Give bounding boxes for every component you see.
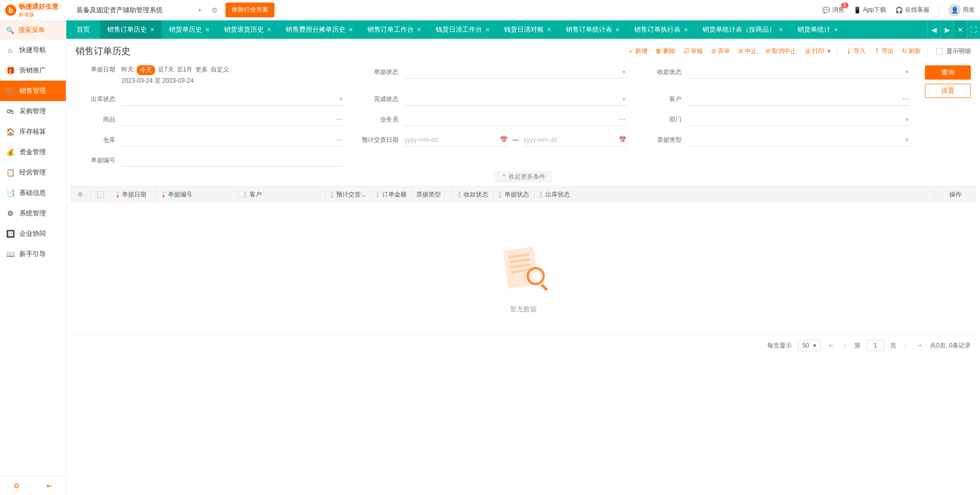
last-page-button[interactable]: ⇥: [915, 342, 924, 349]
tab-scroll-left[interactable]: ◀: [927, 20, 940, 39]
per-page-select[interactable]: 50▾: [798, 340, 821, 351]
col-customer[interactable]: ▲▼客户: [239, 186, 325, 203]
filter-doc-status[interactable]: 单据状态 ▾: [359, 65, 626, 79]
tab-close-all[interactable]: ✕: [953, 20, 967, 39]
export-button[interactable]: ⭱导出: [874, 47, 894, 56]
tab[interactable]: 销货单统计✕: [790, 20, 845, 39]
user-menu[interactable]: 👤 用友: [948, 4, 975, 16]
date-pill[interactable]: 更多: [195, 65, 208, 75]
chevron-down-icon: ▾: [622, 68, 626, 76]
tab[interactable]: 销货退货历史✕: [217, 20, 279, 39]
tab[interactable]: 销售订单统计表✕: [559, 20, 627, 39]
tab-scroll-right[interactable]: ▶: [940, 20, 953, 39]
close-icon[interactable]: ✕: [348, 27, 353, 33]
query-button[interactable]: 查询: [925, 65, 971, 80]
app-download-link[interactable]: 📱 App下载: [853, 6, 886, 14]
filter-product[interactable]: 商品 ⋯: [76, 113, 343, 126]
sidebar-item[interactable]: 💰资金管理: [0, 142, 66, 162]
filter-warehouse[interactable]: 仓库 ⋯: [76, 133, 343, 146]
filter-customer[interactable]: 客户 ⋯: [642, 92, 910, 106]
sidebar-item[interactable]: 🔲企业协同: [0, 224, 66, 244]
detail-toggle[interactable]: 显示明细: [936, 47, 971, 56]
date-pill[interactable]: 自定义: [211, 65, 229, 75]
sidebar-item[interactable]: ⚙系统管理: [0, 203, 66, 224]
next-page-button[interactable]: ›: [902, 342, 909, 349]
service-link[interactable]: 🎧 在线客服: [895, 6, 929, 14]
collapse-sidebar-button[interactable]: ⇤: [33, 477, 66, 495]
tab[interactable]: 销货单统计表（按商品）✕: [695, 20, 790, 39]
prev-page-button[interactable]: ‹: [842, 342, 848, 349]
filter-recv-status[interactable]: 收款状态 ▾: [642, 65, 910, 79]
sidebar-search[interactable]: 🔍 搜索菜单: [0, 20, 66, 40]
chevron-down-icon: ▾: [906, 68, 910, 76]
close-icon[interactable]: ✕: [778, 27, 783, 33]
tab-fullscreen[interactable]: ⛶: [967, 20, 980, 39]
message-link[interactable]: 💬 消息 6: [822, 6, 844, 14]
close-icon[interactable]: ✕: [485, 27, 490, 33]
filter-ticket-type[interactable]: 票据类型 ▾: [642, 133, 910, 146]
sidebar-item[interactable]: 📋经营管理: [0, 162, 66, 183]
audit-button[interactable]: ☑审核: [684, 47, 703, 56]
close-icon[interactable]: ✕: [684, 27, 688, 33]
tab[interactable]: 销售订单执行表✕: [627, 20, 695, 39]
sidebar-item[interactable]: 📖新手引导: [0, 244, 66, 264]
stop-button[interactable]: ⊘中止: [738, 47, 757, 56]
filter-salesman[interactable]: 业务员 ⋯: [359, 113, 626, 126]
col-recv[interactable]: ▲▼收款状态: [453, 186, 494, 203]
col-gear[interactable]: ⚙: [70, 186, 91, 203]
tab[interactable]: 钱货日清对账✕: [497, 20, 559, 39]
sidebar-item[interactable]: 🏠库存核算: [0, 121, 66, 142]
sidebar-item[interactable]: ⌂快捷导航: [0, 40, 66, 60]
import-button[interactable]: ⭳导入: [846, 47, 866, 56]
sidebar-item[interactable]: 🛒销售管理: [0, 81, 66, 101]
unstop-button[interactable]: ⊘取消中止: [765, 47, 796, 56]
tab[interactable]: 销货单历史✕: [162, 20, 217, 39]
setting-button[interactable]: 设置: [925, 84, 971, 98]
add-button[interactable]: ＋新增: [627, 47, 647, 56]
date-pill[interactable]: 昨天: [121, 65, 134, 75]
date-pill[interactable]: 今天: [137, 65, 155, 75]
filter-out-status[interactable]: 出库状态 ▾: [76, 92, 343, 106]
refresh-button[interactable]: ↻刷新: [902, 47, 928, 56]
discard-button[interactable]: ⊘弃审: [711, 47, 730, 56]
collapse-toggle[interactable]: ⌃ 收起更多条件: [494, 171, 552, 183]
tab[interactable]: 首页: [66, 20, 100, 39]
system-selector[interactable]: 装备及固定资产辅助管理系统 ▾ ⚙: [77, 6, 218, 15]
tab[interactable]: 销售订单工作台✕: [360, 20, 429, 39]
col-doc[interactable]: ▲▼单据状态: [494, 186, 535, 203]
close-icon[interactable]: ✕: [205, 27, 210, 33]
filter-department[interactable]: 部门 ▾: [642, 113, 910, 126]
col-ticket[interactable]: 票据类型: [412, 186, 453, 203]
date-from-input[interactable]: yyyy-mm-dd📅: [405, 133, 508, 146]
close-icon[interactable]: ✕: [547, 27, 551, 33]
date-to-input[interactable]: yyyy-mm-dd📅: [524, 133, 627, 146]
sidebar-item[interactable]: 🎁营销推广: [0, 60, 66, 81]
col-expect[interactable]: ▲▼预计交货...: [325, 186, 371, 203]
tab[interactable]: 销售费用分摊单历史✕: [279, 20, 360, 39]
col-amount[interactable]: ▲▼订单金额: [371, 186, 412, 203]
col-no[interactable]: ▲▼单据编号: [157, 186, 239, 203]
tab[interactable]: 钱货日清工作台✕: [429, 20, 497, 39]
close-icon[interactable]: ✕: [615, 27, 620, 33]
industry-button[interactable]: 体验行业方案: [225, 3, 274, 17]
date-pill[interactable]: 近7天: [158, 65, 174, 75]
col-date[interactable]: ▲▼单据日期: [111, 186, 157, 203]
filter-finish-status[interactable]: 完成状态 ▾: [359, 92, 626, 106]
close-icon[interactable]: ✕: [150, 27, 155, 33]
settings-button[interactable]: ⚙: [0, 477, 33, 495]
sidebar-item[interactable]: 📑基础信息: [0, 183, 66, 203]
col-checkbox[interactable]: [91, 186, 111, 203]
gear-icon[interactable]: ⚙: [211, 6, 218, 14]
close-icon[interactable]: ✕: [834, 27, 838, 33]
col-out[interactable]: ▲▼出库状态: [535, 186, 935, 203]
sidebar-item[interactable]: 🛍采购管理: [0, 101, 66, 121]
tab[interactable]: 销售订单历史✕: [100, 20, 162, 39]
print-button[interactable]: 🖨打印▾: [805, 47, 838, 56]
date-pill[interactable]: 近1月: [177, 65, 193, 75]
first-page-button[interactable]: ⇤: [827, 342, 836, 349]
page-input[interactable]: 1: [867, 340, 884, 351]
filter-doc-no[interactable]: 单据编号: [76, 154, 343, 167]
close-icon[interactable]: ✕: [267, 27, 271, 33]
close-icon[interactable]: ✕: [417, 27, 421, 33]
delete-button[interactable]: 🗑删除: [656, 47, 675, 56]
